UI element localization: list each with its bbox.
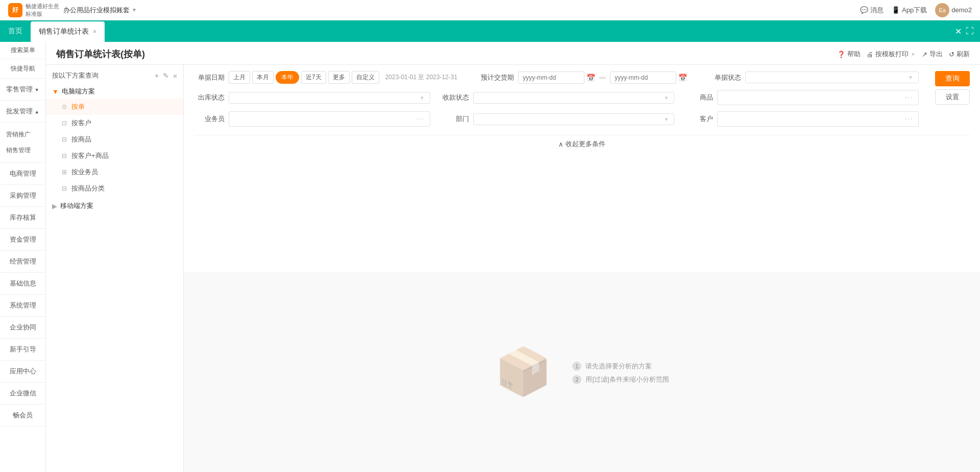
calendar-icon2[interactable]: 📅: [678, 74, 687, 82]
expand-icon: ▼: [52, 88, 59, 96]
sidebar-item-inventory[interactable]: 库存核算: [0, 207, 45, 229]
sidebar-item-enterprise[interactable]: 企业协同: [0, 317, 45, 339]
print-icon: 🖨: [867, 51, 873, 58]
sidebar-item-wholesale[interactable]: 批发管理 ▲: [0, 101, 45, 123]
scheme-item-by-order[interactable]: ⊙ 按单: [46, 99, 183, 115]
goods-group: 商品 ···: [682, 90, 919, 105]
sidebar-item-appcenter[interactable]: 应用中心: [0, 361, 45, 383]
sidebar-item-sales-mgmt[interactable]: 销售管理: [0, 143, 45, 158]
dept-select[interactable]: ▼: [473, 113, 675, 125]
bill-status-select[interactable]: ▼: [745, 72, 919, 83]
scheme-item-by-customer-goods[interactable]: ⊟ 按客户+商品: [46, 148, 183, 164]
radio-active-icon: ⊙: [60, 103, 68, 111]
scheme-group-mobile: ▶ 移动端方案: [46, 199, 183, 213]
expected-date-to-input[interactable]: [610, 72, 676, 84]
scheme-group-pc-header[interactable]: ▼ 电脑端方案: [46, 84, 183, 99]
app-download-nav[interactable]: 📱 App下载: [892, 6, 927, 15]
expected-date-from-input[interactable]: [518, 72, 584, 84]
date-btn-lastmonth[interactable]: 上月: [229, 71, 250, 84]
date-range-display: 2023-01-01 至 2023-12-31: [385, 73, 457, 82]
sidebar-item-operations[interactable]: 经营管理: [0, 251, 45, 273]
salesperson-input[interactable]: ···: [229, 111, 430, 127]
payment-status-select[interactable]: ▼: [473, 92, 675, 104]
tab-close-button[interactable]: ×: [93, 28, 96, 35]
empty-state: 📦 1 请先选择要分析的方案 2 用[过滤]条件来缩小分析范围: [495, 345, 669, 398]
calendar-icon[interactable]: 📅: [586, 74, 595, 82]
template-print-button[interactable]: 🖨 按模板打印 ▼: [867, 50, 916, 59]
empty-illustration: 📦: [495, 345, 552, 398]
date-btn-last7days[interactable]: 近7天: [301, 71, 326, 84]
tip-num-2: 2: [572, 375, 581, 384]
date-btn-thismonth[interactable]: 本月: [252, 71, 274, 84]
export-icon: ↗: [922, 51, 927, 58]
scheme-header-icons: + ✎ «: [155, 72, 177, 80]
avatar: Ea: [935, 3, 949, 17]
help-button[interactable]: ❓ 帮助: [837, 50, 861, 59]
scheme-collapse-button[interactable]: «: [173, 72, 177, 80]
collapse-button[interactable]: ∧ 收起更多条件: [558, 139, 605, 149]
scheme-edit-button[interactable]: ✎: [163, 72, 169, 80]
refresh-icon: ↺: [949, 51, 954, 58]
logo-text: 畅捷通好生意 标准版: [26, 3, 59, 17]
chevron-down-icon3: ▼: [908, 75, 913, 80]
sidebar-item-purchase[interactable]: 采购管理: [0, 185, 45, 207]
logo-icon: 好: [8, 3, 22, 17]
message-nav[interactable]: 💬 消息: [860, 6, 884, 15]
scheme-item-by-goods[interactable]: ⊟ 按商品: [46, 131, 183, 148]
sidebar-item-quicknav[interactable]: 快捷导航: [0, 59, 45, 79]
category-icon: ⊟: [60, 184, 68, 193]
filter-row-1: 单据日期 上月 本月 本年 近7天 更多 自定义 2023-01-01 至 20…: [194, 71, 919, 84]
tab-bar-actions: ✕ ⛶: [955, 27, 980, 36]
chevron-down-icon6: ▼: [664, 116, 669, 122]
help-icon: ❓: [837, 51, 845, 58]
page-actions: ❓ 帮助 🖨 按模板打印 ▼ ↗ 导出 ↺ 刷新: [837, 50, 970, 59]
sidebar-item-retail[interactable]: 零售管理 ▼: [0, 79, 45, 101]
date-filter-group: 单据日期 上月 本月 本年 近7天 更多 自定义 2023-01-01 至 20…: [194, 71, 457, 84]
scheme-item-by-category[interactable]: ⊟ 按商品分类: [46, 180, 183, 197]
query-button[interactable]: 查询: [935, 71, 970, 86]
export-button[interactable]: ↗ 导出: [922, 50, 943, 59]
sidebar-item-marketing[interactable]: 营销推广: [0, 127, 45, 143]
scheme-group-mobile-header[interactable]: ▶ 移动端方案: [46, 199, 183, 213]
window-close-icon[interactable]: ✕: [955, 27, 962, 36]
sidebar-item-system[interactable]: 系统管理: [0, 295, 45, 317]
panel-layout: 按以下方案查询 + ✎ « ▼ 电脑端方案 ⊙ 按单: [46, 65, 980, 472]
scheme-item-by-customer[interactable]: ⊡ 按客户: [46, 115, 183, 131]
date-btn-more[interactable]: 更多: [328, 71, 350, 84]
refresh-button[interactable]: ↺ 刷新: [949, 50, 970, 59]
window-maximize-icon[interactable]: ⛶: [966, 27, 974, 36]
chevron-down-icon: ▼: [132, 7, 137, 13]
main-layout: 搜索菜单 快捷导航 零售管理 ▼ 批发管理 ▲ 营销推广 销售管理 电商管理 采…: [0, 42, 980, 472]
message-icon: 💬: [860, 6, 868, 14]
collapse-up-icon: ∧: [558, 140, 564, 148]
sidebar-item-wechat[interactable]: 企业微信: [0, 383, 45, 405]
tip-item-2: 2 用[过滤]条件来缩小分析范围: [572, 375, 669, 384]
sidebar-item-finance[interactable]: 资金管理: [0, 229, 45, 251]
sidebar-item-newbie[interactable]: 新手引导: [0, 339, 45, 361]
date-btn-custom[interactable]: 自定义: [352, 71, 379, 84]
user-nav[interactable]: Ea demo2: [935, 3, 972, 17]
list2-icon: ⊟: [60, 152, 68, 160]
scheme-add-button[interactable]: +: [155, 72, 159, 80]
sidebar-item-basics[interactable]: 基础信息: [0, 273, 45, 295]
customer-input[interactable]: ···: [717, 111, 919, 127]
filter-row-2: 出库状态 ▼ 收款状态 ▼: [194, 90, 919, 105]
more-icon2: ···: [416, 114, 424, 124]
sidebar-item-membership[interactable]: 畅会员: [0, 405, 45, 427]
company-selector[interactable]: 办公用品行业模拟账套 ▼: [63, 6, 137, 15]
settings-button[interactable]: 设置: [935, 89, 970, 105]
tip-item-1: 1 请先选择要分析的方案: [572, 362, 669, 371]
scheme-item-by-salesperson[interactable]: ⊞ 按业务员: [46, 164, 183, 180]
date-btn-thisyear[interactable]: 本年: [276, 71, 299, 84]
list-icon: ⊟: [60, 135, 68, 144]
sidebar-item-search[interactable]: 搜索菜单: [0, 42, 45, 59]
tab-home[interactable]: 首页: [0, 20, 31, 42]
bar-icon: ⊞: [60, 168, 68, 176]
sidebar-item-ecommerce[interactable]: 电商管理: [0, 163, 45, 185]
query-actions: 查询 设置: [935, 71, 970, 105]
date-separator: —: [599, 74, 606, 81]
page-header: 销售订单统计表(按单) ❓ 帮助 🖨 按模板打印 ▼ ↗ 导出 ↺ 刷新: [46, 42, 980, 65]
tab-sales-order-stats[interactable]: 销售订单统计表 ×: [31, 21, 105, 42]
goods-input[interactable]: ···: [717, 90, 919, 105]
delivery-status-select[interactable]: ▼: [229, 92, 430, 104]
